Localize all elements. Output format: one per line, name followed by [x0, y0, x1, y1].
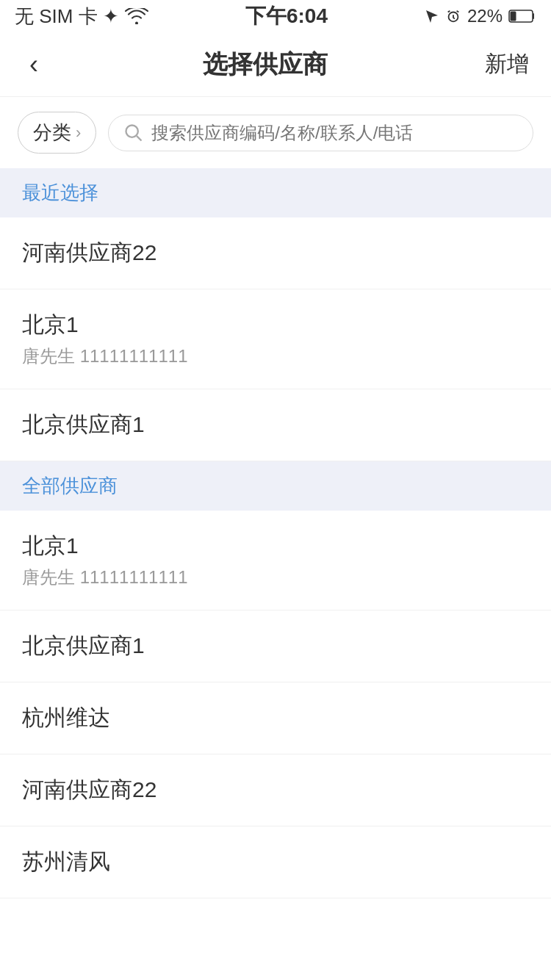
list-item[interactable]: 北京供应商1 [0, 389, 551, 461]
item-name: 河南供应商22 [22, 238, 529, 268]
list-item[interactable]: 苏州清风 [0, 826, 551, 898]
item-name: 河南供应商22 [22, 775, 529, 805]
filter-bar: 分类 › [0, 97, 551, 168]
status-time: 下午6:04 [245, 2, 328, 30]
all-section-label: 全部供应商 [22, 475, 118, 497]
list-item[interactable]: 北京1唐先生 11111111111 [0, 289, 551, 389]
list-item[interactable]: 河南供应商22 [0, 217, 551, 289]
item-name: 北京供应商1 [22, 631, 529, 661]
status-left: 无 SIM 卡 ✦ [15, 4, 148, 29]
list-item[interactable]: 河南供应商22 [0, 754, 551, 826]
back-button[interactable]: ‹ [22, 42, 46, 87]
search-box[interactable] [108, 115, 533, 151]
wifi-icon [125, 8, 148, 24]
nav-bar: ‹ 选择供应商 新增 [0, 32, 551, 97]
svg-line-4 [137, 136, 141, 140]
all-section-header: 全部供应商 [0, 461, 551, 511]
sim-status: 无 SIM 卡 ✦ [15, 4, 119, 29]
status-bar: 无 SIM 卡 ✦ 下午6:04 22% [0, 0, 551, 32]
add-button[interactable]: 新增 [485, 49, 529, 79]
list-item[interactable]: 北京供应商1 [0, 610, 551, 682]
battery-percent: 22% [467, 6, 503, 26]
recent-section-header: 最近选择 [0, 168, 551, 217]
chevron-right-icon: › [76, 123, 81, 143]
search-icon [123, 123, 144, 143]
search-input[interactable] [151, 123, 518, 143]
page-title: 选择供应商 [203, 48, 328, 82]
item-name: 杭州维达 [22, 703, 529, 733]
status-right: 22% [425, 6, 536, 26]
svg-point-3 [126, 125, 138, 137]
recent-section-label: 最近选择 [22, 181, 98, 203]
item-name: 北京1 [22, 310, 529, 340]
category-filter[interactable]: 分类 › [18, 112, 96, 154]
item-name: 苏州清风 [22, 847, 529, 877]
item-sub: 唐先生 11111111111 [22, 566, 529, 589]
list-item[interactable]: 北京1唐先生 11111111111 [0, 511, 551, 610]
all-items-list: 北京1唐先生 11111111111北京供应商1杭州维达河南供应商22苏州清风 [0, 511, 551, 898]
recent-items-list: 河南供应商22北京1唐先生 11111111111北京供应商1 [0, 217, 551, 461]
location-icon [425, 9, 439, 24]
alarm-icon [445, 8, 461, 24]
battery-icon [508, 9, 536, 24]
category-label: 分类 [33, 120, 71, 145]
item-sub: 唐先生 11111111111 [22, 345, 529, 368]
item-name: 北京供应商1 [22, 410, 529, 440]
item-name: 北京1 [22, 531, 529, 561]
list-item[interactable]: 杭州维达 [0, 682, 551, 754]
svg-rect-2 [511, 12, 516, 21]
